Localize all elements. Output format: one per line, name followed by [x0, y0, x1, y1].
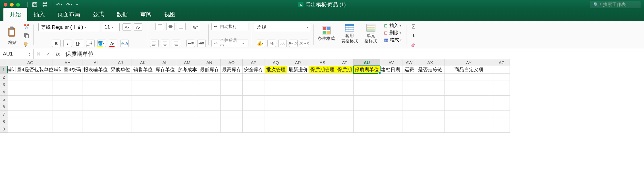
decrease-decimal-button[interactable]: .00→.0: [300, 40, 308, 47]
col-header-AU[interactable]: AU: [354, 59, 380, 66]
phonetic-button[interactable]: abcA: [120, 40, 129, 47]
cell-AZ3[interactable]: [493, 81, 510, 88]
cell-AO5[interactable]: [221, 96, 243, 103]
cell-AW8[interactable]: [402, 118, 416, 125]
cell-AX2[interactable]: [416, 73, 444, 81]
cell-AV4[interactable]: [380, 88, 402, 96]
cell-AO8[interactable]: [221, 118, 243, 125]
delete-cells-button[interactable]: ⊟删除▾: [384, 30, 404, 36]
cell-AH1[interactable]: 辅计量4条码: [53, 66, 82, 73]
cell-AM2[interactable]: [176, 73, 198, 81]
cell-AN1[interactable]: 最低库存: [198, 66, 221, 73]
cell-AN2[interactable]: [198, 73, 221, 81]
cell-AK1[interactable]: 销售单位: [132, 66, 154, 73]
cell-AO9[interactable]: [221, 125, 243, 133]
col-header-AS[interactable]: AS: [309, 59, 336, 66]
cell-AG2[interactable]: [8, 73, 53, 81]
increase-font-button[interactable]: A▴: [122, 23, 131, 31]
cell-AM9[interactable]: [176, 125, 198, 133]
cell-AT2[interactable]: [336, 73, 354, 81]
cell-AP9[interactable]: [243, 125, 265, 133]
col-header-AY[interactable]: AY: [444, 59, 493, 66]
tab-page-layout[interactable]: 页面布局: [51, 8, 86, 21]
cell-AU2[interactable]: [354, 73, 380, 81]
align-right-button[interactable]: [172, 40, 180, 47]
cell-AT1[interactable]: 保质期: [336, 66, 354, 73]
cell-AN8[interactable]: [198, 118, 221, 125]
row-header-4[interactable]: 4: [0, 88, 8, 96]
col-header-AG[interactable]: AG: [8, 59, 53, 66]
cell-AT4[interactable]: [336, 88, 354, 96]
cell-AG8[interactable]: [8, 118, 53, 125]
format-cells-button[interactable]: ▦格式▾: [384, 37, 404, 43]
cell-AT8[interactable]: [336, 118, 354, 125]
cell-AN9[interactable]: [198, 125, 221, 133]
cell-AO6[interactable]: [221, 103, 243, 110]
cell-AM1[interactable]: 参考成本: [176, 66, 198, 73]
spreadsheet-grid[interactable]: AGAHAIAJAKALAMANAOAPAQARASATAUAVAWAXAYAZ…: [0, 59, 644, 133]
cell-AP6[interactable]: [243, 103, 265, 110]
cell-AL4[interactable]: [154, 88, 176, 96]
cell-AI9[interactable]: [82, 125, 109, 133]
cell-AP3[interactable]: [243, 81, 265, 88]
cell-AT9[interactable]: [336, 125, 354, 133]
tab-insert[interactable]: 插入: [27, 8, 51, 21]
cell-AZ7[interactable]: [493, 110, 510, 118]
cell-AS1[interactable]: 保质期管理: [309, 66, 336, 73]
col-header-AL[interactable]: AL: [154, 59, 176, 66]
cell-AY1[interactable]: 商品自定义项: [444, 66, 493, 73]
row-header-2[interactable]: 2: [0, 73, 8, 81]
save-icon[interactable]: [32, 1, 38, 8]
cell-AX4[interactable]: [416, 88, 444, 96]
cell-AG7[interactable]: [8, 110, 53, 118]
cell-AK5[interactable]: [132, 96, 154, 103]
cell-AP4[interactable]: [243, 88, 265, 96]
cell-AR1[interactable]: 最新进价: [287, 66, 309, 73]
cut-icon[interactable]: ✂️: [22, 23, 31, 30]
cell-AM8[interactable]: [176, 118, 198, 125]
cell-AI1[interactable]: 报表辅单位: [82, 66, 109, 73]
cell-AU4[interactable]: [354, 88, 380, 96]
increase-decimal-button[interactable]: .0→.00: [289, 40, 298, 47]
redo-icon[interactable]: ↷▾: [66, 2, 72, 7]
print-icon[interactable]: [42, 1, 48, 8]
cell-AT7[interactable]: [336, 110, 354, 118]
row-header-3[interactable]: 3: [0, 81, 8, 88]
number-format-select[interactable]: 常规▾: [254, 23, 311, 31]
tab-view[interactable]: 视图: [158, 8, 182, 21]
conditional-format-button[interactable]: 条件格式: [317, 26, 336, 42]
cell-AX9[interactable]: [416, 125, 444, 133]
row-header-5[interactable]: 5: [0, 96, 8, 103]
cell-AJ4[interactable]: [109, 88, 132, 96]
cell-AJ6[interactable]: [109, 103, 132, 110]
cell-AN4[interactable]: [198, 88, 221, 96]
align-bottom-button[interactable]: [177, 23, 186, 30]
font-size-select[interactable]: 11▾: [102, 23, 120, 31]
cell-AR2[interactable]: [287, 73, 309, 81]
cell-AK3[interactable]: [132, 81, 154, 88]
tab-data[interactable]: 数据: [110, 8, 134, 21]
col-header-AJ[interactable]: AJ: [109, 59, 132, 66]
cell-AO2[interactable]: [221, 73, 243, 81]
row-header-6[interactable]: 6: [0, 103, 8, 110]
cell-AS8[interactable]: [309, 118, 336, 125]
cell-AW3[interactable]: [402, 81, 416, 88]
cell-AT3[interactable]: [336, 81, 354, 88]
cell-AX5[interactable]: [416, 96, 444, 103]
cell-AP8[interactable]: [243, 118, 265, 125]
undo-icon[interactable]: ↶▾: [56, 2, 62, 7]
cell-AT5[interactable]: [336, 96, 354, 103]
cell-AW1[interactable]: 运费: [402, 66, 416, 73]
cell-AR3[interactable]: [287, 81, 309, 88]
cell-AL6[interactable]: [154, 103, 176, 110]
percent-button[interactable]: %: [267, 40, 276, 47]
col-header-AH[interactable]: AH: [53, 59, 82, 66]
cell-AR9[interactable]: [287, 125, 309, 133]
cell-AK4[interactable]: [132, 88, 154, 96]
row-header-1[interactable]: 1: [0, 66, 8, 73]
cell-AH6[interactable]: [53, 103, 82, 110]
cell-AN5[interactable]: [198, 96, 221, 103]
cell-AR4[interactable]: [287, 88, 309, 96]
cell-AL8[interactable]: [154, 118, 176, 125]
cell-AK9[interactable]: [132, 125, 154, 133]
